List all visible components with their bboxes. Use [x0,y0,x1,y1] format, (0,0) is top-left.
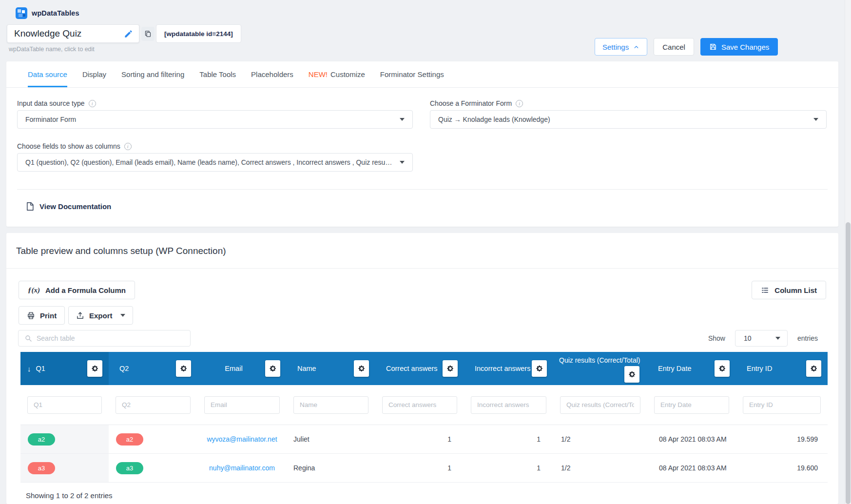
tab-placeholders[interactable]: Placeholders [251,61,293,87]
column-header-name[interactable]: Name [287,352,375,385]
column-header-quiz-results[interactable]: Quiz results (Correct/Total) [553,352,647,385]
column-list-button[interactable]: Column List [752,281,826,299]
cell-text: 08 Apr 2021 08:03 AM [659,464,727,472]
column-settings-button[interactable] [87,360,102,377]
datasource-type-select[interactable]: Forminator Form [17,110,413,129]
column-settings-button[interactable] [806,360,821,377]
tab-display[interactable]: Display [82,61,106,87]
column-header-q1[interactable]: ↓ Q1 [20,352,109,385]
cell-text: Regina [293,464,315,472]
info-icon[interactable] [89,100,96,107]
page-length-select[interactable]: 10 [735,330,788,347]
print-button[interactable]: Print [19,306,65,325]
header-actions: Settings Cancel Save Changes [595,38,778,56]
label-text: Choose a Forminator Form [430,99,512,107]
cell-text: 1/2 [561,435,570,443]
filter-input-name[interactable] [293,396,368,414]
table-name-input[interactable] [14,28,123,39]
cell-correct-answers: 1 [375,425,464,453]
copy-shortcode-button[interactable] [141,27,155,41]
filter-input-quiz-results[interactable] [560,396,640,414]
column-header-q2[interactable]: Q2 [109,352,197,385]
column-header-correct-answers[interactable]: Correct answers [375,352,464,385]
cell-text: 19.599 [797,435,818,443]
tab-sorting-and-filtering[interactable]: Sorting and filtering [121,61,184,87]
tab-bar: Data source Display Sorting and filterin… [6,61,838,88]
answer-badge: a2 [28,433,55,446]
cell-q1: a2 [20,425,109,453]
column-settings-button[interactable] [715,360,730,377]
scrollbar-thumb[interactable] [846,222,851,504]
email-link[interactable]: wyvoza@mailinator.net [207,435,277,443]
view-documentation-link[interactable]: View Documentation [26,202,111,211]
column-header-email[interactable]: Email [197,352,287,385]
fields-select[interactable]: Q1 (question), Q2 (question), Email (lea… [17,153,413,172]
info-icon[interactable] [124,143,132,150]
filter-input-entry-id[interactable] [743,396,821,414]
export-button[interactable]: Export [68,306,133,325]
entries-label: entries [797,334,818,342]
gear-icon [810,365,818,372]
cell-text: 1 [447,435,451,443]
search-input[interactable] [37,334,184,342]
page-length-value: 10 [744,334,752,342]
tab-label: Sorting and filtering [121,70,184,78]
table-info-text: Showing 1 to 2 of 2 entries [26,491,113,500]
forminator-form-select[interactable]: Quiz → Knoladge leads (Knowledge) [430,110,827,129]
filter-input-q2[interactable] [116,396,191,414]
cell-text: Juliet [293,435,309,443]
column-settings-button[interactable] [354,360,369,377]
page-scrollbar [845,0,851,504]
shortcode-chip[interactable]: [wpdatatable id=2144] [156,24,241,43]
email-link[interactable]: nuhy@mailinator.com [209,464,275,472]
tab-data-source[interactable]: Data source [28,61,67,87]
pencil-icon [124,29,133,39]
tab-label: Forminator Settings [380,70,444,78]
edit-name-button[interactable] [123,28,134,39]
filter-input-incorrect-answers[interactable] [471,396,546,414]
filter-cell [553,396,647,414]
cell-email: wyvoza@mailinator.net [197,425,287,453]
column-settings-button[interactable] [443,360,458,377]
column-header-entry-date[interactable]: Entry Date [647,352,736,385]
table-row: a3 a3 nuhy@mailinator.com Regina 1 1 1/2… [20,454,828,483]
datasource-type-label: Input data source type [17,99,96,107]
settings-button[interactable]: Settings [595,38,647,56]
tab-customize[interactable]: NEW! Customize [309,61,365,87]
column-header-entry-id[interactable]: Entry ID [736,352,828,385]
save-changes-button[interactable]: Save Changes [700,38,778,56]
cancel-button[interactable]: Cancel [654,38,694,56]
column-label: Quiz results (Correct/Total) [553,352,640,364]
cell-entry-id: 19.600 [736,454,828,482]
column-header-incorrect-answers[interactable]: Incorrect answers [464,352,553,385]
column-settings-button[interactable] [624,366,639,383]
filter-cell [647,396,736,414]
column-label: Name [287,365,339,372]
tab-forminator-settings[interactable]: Forminator Settings [380,61,444,87]
column-settings-button[interactable] [265,360,280,377]
page-length-control: Show 10 entries [708,330,818,347]
sort-descending-icon: ↓ [27,365,31,373]
info-icon[interactable] [516,100,523,107]
filter-input-entry-date[interactable] [654,396,729,414]
caret-down-icon [120,314,125,317]
column-list-icon [761,286,769,294]
label-text: Input data source type [17,99,85,107]
cell-entry-date: 08 Apr 2021 08:03 AM [647,425,736,453]
add-formula-column-label: Add a Formula Column [45,286,126,294]
cell-entry-id: 19.599 [736,425,828,453]
filter-input-email[interactable] [204,396,280,414]
answer-badge: a3 [116,462,143,474]
add-formula-column-button[interactable]: ƒ(x) Add a Formula Column [19,281,135,299]
column-settings-button[interactable] [532,360,547,377]
tab-table-tools[interactable]: Table Tools [199,61,236,87]
gear-icon [536,365,543,372]
filter-input-q1[interactable] [27,396,102,414]
select-value: Forminator Form [25,116,76,123]
divider [17,189,828,190]
gear-icon [180,365,188,372]
filter-input-correct-answers[interactable] [382,396,457,414]
table-name-hint: wpDataTable name, click to edit [9,46,95,53]
table-header-row: ↓ Q1 Q2 Email Name Correct answers In [20,352,828,385]
column-settings-button[interactable] [176,360,191,377]
